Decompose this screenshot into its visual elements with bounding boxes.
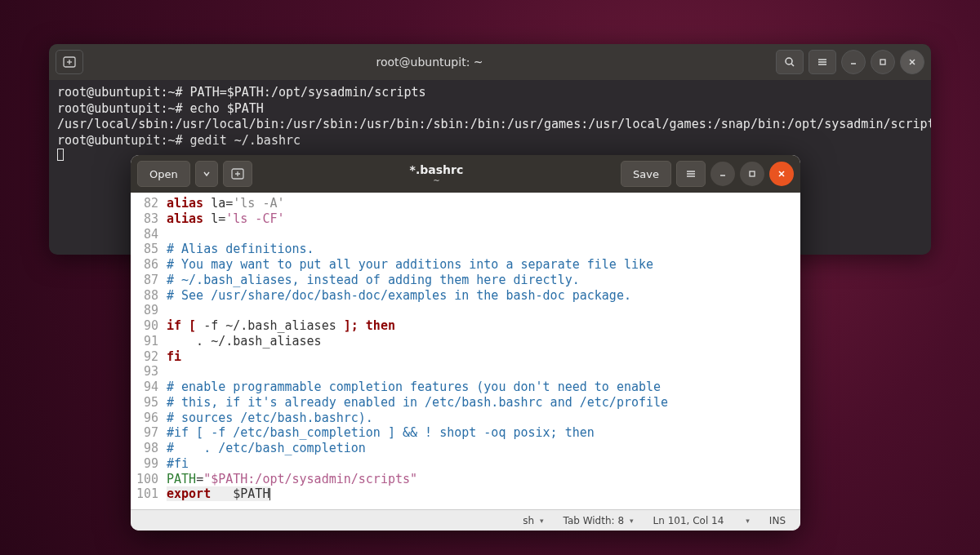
line-number-gutter: 82 83 84 85 86 87 88 89 90 91 92 93 94 9… xyxy=(131,193,162,509)
hamburger-menu-button[interactable] xyxy=(676,161,706,187)
hamburger-menu-button[interactable] xyxy=(808,50,836,74)
cursor-position-dropdown[interactable] xyxy=(743,517,750,525)
svg-rect-9 xyxy=(880,60,885,64)
terminal-titlebar: root@ubuntupit: ~ xyxy=(49,44,931,80)
svg-line-4 xyxy=(791,64,794,66)
code-content[interactable]: alias la='ls -A' alias l='ls -CF' # Alia… xyxy=(162,193,800,509)
minimize-button[interactable] xyxy=(841,50,866,74)
document-title: *.bashrc ~ xyxy=(257,163,616,185)
status-bar: sh Tab Width: 8 Ln 101, Col 14 INS xyxy=(131,509,800,531)
tab-width-selector[interactable]: Tab Width: 8 xyxy=(564,515,634,526)
gedit-window: Open *.bashrc ~ Save 82 83 84 85 86 87 8… xyxy=(131,155,800,531)
cursor-position: Ln 101, Col 14 xyxy=(653,515,724,526)
save-button[interactable]: Save xyxy=(621,161,671,187)
gedit-header: Open *.bashrc ~ Save xyxy=(131,155,800,193)
editor-area[interactable]: 82 83 84 85 86 87 88 89 90 91 92 93 94 9… xyxy=(131,193,800,509)
close-button[interactable] xyxy=(769,162,794,186)
insert-mode[interactable]: INS xyxy=(769,515,786,526)
search-button[interactable] xyxy=(776,50,804,74)
document-path: ~ xyxy=(433,176,439,185)
minimize-button[interactable] xyxy=(710,162,735,186)
svg-rect-19 xyxy=(750,171,755,176)
svg-point-3 xyxy=(786,58,792,64)
new-tab-button[interactable] xyxy=(56,50,83,74)
maximize-button[interactable] xyxy=(871,50,895,74)
terminal-title: root@ubuntupit: ~ xyxy=(83,56,776,69)
new-document-button[interactable] xyxy=(223,161,252,187)
maximize-button[interactable] xyxy=(740,162,764,186)
close-button[interactable] xyxy=(900,50,924,74)
document-filename: *.bashrc xyxy=(410,163,464,176)
open-button[interactable]: Open xyxy=(137,161,190,187)
open-recent-dropdown[interactable] xyxy=(195,161,218,187)
language-selector[interactable]: sh xyxy=(523,515,543,526)
